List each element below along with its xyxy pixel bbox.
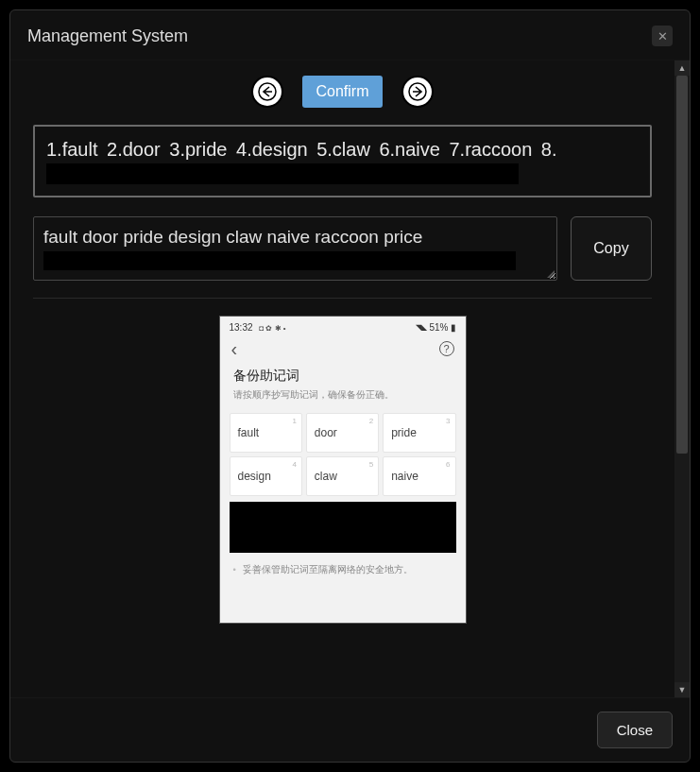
phone-title: 备份助记词 [233,368,452,385]
close-icon: ✕ [657,29,668,43]
phone-nav: ‹ ? [220,336,466,368]
cell-word: claw [315,470,337,483]
cell-num: 5 [369,460,373,469]
numbered-words-box: 1.fault 2.door 3.pride 4.design 5.claw 6… [33,125,652,197]
word-cell: 4design [230,456,302,496]
redacted-block [46,163,519,184]
modal-body-wrap: Confirm 1.fault 2.door 3.pride 4.design … [10,60,690,697]
cell-num: 6 [446,460,450,469]
phone-statusbar: 13:32 ◘ ✿ ✱ • ◥◣ 51% ▮ [220,317,466,336]
close-icon-button[interactable]: ✕ [652,26,673,46]
help-icon: ? [439,341,454,356]
copy-button[interactable]: Copy [571,216,652,281]
battery-icon: ▮ [451,322,456,333]
cell-num: 1 [292,417,296,425]
modal-title: Management System [27,26,188,46]
word-cell: 6naive [383,456,455,496]
modal-body: Confirm 1.fault 2.door 3.pride 4.design … [10,60,674,697]
cell-num: 4 [292,460,296,469]
statusbar-left: 13:32 ◘ ✿ ✱ • [230,322,286,333]
redacted-block [43,251,516,270]
plain-words-textarea[interactable]: fault door pride design claw naive racco… [33,216,557,281]
statusbar-glyphs: ◘ ✿ ✱ • [259,324,285,333]
modal-header: Management System ✕ [10,10,690,60]
word-cell: 5claw [306,456,379,496]
cell-word: door [315,426,337,439]
phone-screenshot: 13:32 ◘ ✿ ✱ • ◥◣ 51% ▮ ‹ ? [219,316,467,624]
phone-redacted-block [230,502,456,553]
scroll-up-icon[interactable]: ▲ [674,60,690,76]
cell-word: naive [391,470,418,483]
phone-title-block: 备份助记词 请按顺序抄写助记词，确保备份正确。 [220,368,466,413]
signal-icon: ◥◣ [416,323,427,332]
phone-notes: 妥善保管助记词至隔离网络的安全地方。 [220,553,466,576]
modal: Management System ✕ Confirm 1.fault 2.do… [9,9,691,763]
scrollbar[interactable]: ▲ ▼ [674,60,690,697]
next-button[interactable] [401,76,434,108]
confirm-button[interactable]: Confirm [302,76,382,108]
plain-words-text: fault door pride design claw naive racco… [43,225,547,249]
back-icon: ‹ [231,338,238,360]
numbered-words-text: 1.fault 2.door 3.pride 4.design 5.claw 6… [46,139,557,160]
word-cell: 2door [306,413,379,453]
phone-word-grid: 1fault 2door 3pride 4design 5claw 6naive [220,413,466,496]
divider [33,298,652,299]
cell-word: design [238,470,271,483]
plain-row: fault door pride design claw naive racco… [33,216,652,281]
statusbar-time: 13:32 [230,322,253,333]
prev-button[interactable] [251,76,283,108]
scroll-down-icon[interactable]: ▼ [674,682,690,697]
cell-word: pride [391,426,417,439]
nav-row: Confirm [33,76,652,108]
cell-num: 3 [446,417,450,425]
battery-text: 51% [429,322,448,333]
word-cell: 3pride [383,413,455,453]
word-cell: 1fault [230,413,302,453]
arrow-left-icon [258,82,277,101]
modal-footer: Close [10,697,690,762]
statusbar-right: ◥◣ 51% ▮ [416,322,455,333]
scrollbar-thumb[interactable] [676,76,688,454]
cell-num: 2 [369,417,373,425]
close-button[interactable]: Close [597,712,673,748]
phone-note-item: 妥善保管助记词至隔离网络的安全地方。 [233,562,452,576]
phone-subtitle: 请按顺序抄写助记词，确保备份正确。 [233,388,452,402]
arrow-right-icon [408,82,427,101]
cell-word: fault [238,426,260,439]
phone-screenshot-wrap: 13:32 ◘ ✿ ✱ • ◥◣ 51% ▮ ‹ ? [33,316,652,624]
resize-handle-icon [547,270,555,278]
